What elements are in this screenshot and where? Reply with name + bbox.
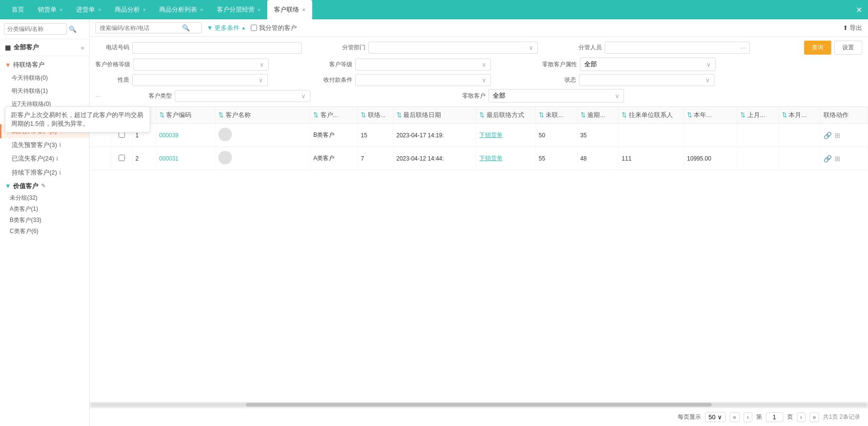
tab-sales[interactable]: 销货单 ×: [31, 0, 69, 19]
sidebar-collapse-btn[interactable]: »: [81, 44, 84, 51]
sidebar-item-ungroup[interactable]: 未分组(32): [0, 192, 89, 204]
filter-payment-select[interactable]: ∨: [355, 74, 491, 86]
tab-customer-contact[interactable]: 客户联络 ×: [267, 0, 312, 19]
filter-manager-select[interactable]: ···: [605, 42, 750, 54]
col-contacts[interactable]: ⇅ 往来单位联系人: [619, 107, 684, 124]
cell-tm-r2: [779, 147, 821, 170]
info-icon-churned: ℹ: [56, 155, 58, 163]
cell-method-r1[interactable]: 下销货单: [476, 124, 536, 147]
filter-nature-select[interactable]: ∨: [132, 74, 268, 86]
prev-page-btn[interactable]: ‹: [744, 412, 752, 422]
sidebar-value-group[interactable]: ▼ 价值客户 ✎: [0, 180, 89, 192]
sidebar-search-input[interactable]: [4, 23, 67, 35]
my-customers-checkbox-label[interactable]: 我分管的客户: [251, 24, 297, 32]
tab-goods-list[interactable]: 商品分析列表 ×: [152, 0, 210, 19]
sidebar-item-tomorrow[interactable]: 明天待联络(1): [0, 85, 89, 98]
my-customers-checkbox[interactable]: [251, 25, 257, 31]
cell-over-r2: 48: [577, 147, 619, 170]
filter-dept-select[interactable]: ∨: [368, 42, 538, 54]
cell-date-r1: 2023-04-17 14:19:: [393, 124, 476, 147]
sidebar-item-class-b[interactable]: B类客户(33): [0, 215, 89, 226]
sidebar-item-today[interactable]: 今天待联络(0): [0, 72, 89, 85]
col-overdue[interactable]: ⇅ 逾期...: [577, 107, 619, 124]
search-icon-main[interactable]: 🔍: [182, 24, 190, 31]
cell-name-r1: [215, 124, 310, 147]
sort-icon-cat: ⇅: [313, 111, 319, 118]
more-dots[interactable]: ···: [95, 92, 101, 100]
col-contact-count[interactable]: ⇅ 联络...: [358, 107, 394, 124]
cell-check-r2[interactable]: [111, 147, 132, 170]
set-button[interactable]: 设置: [834, 41, 862, 55]
more-action-icon-r1[interactable]: ⊞: [835, 132, 840, 139]
col-this-month[interactable]: ⇅ 本月...: [779, 107, 821, 124]
window-close-btn[interactable]: ✕: [856, 5, 862, 15]
cell-index-r2: 2: [132, 147, 156, 170]
sort-icon-date: ⇅: [396, 111, 402, 118]
filter-manager: 分管人员 ···: [568, 42, 800, 54]
contact-icon-r1[interactable]: 🔗: [823, 132, 832, 139]
sidebar-item-churn-warning[interactable]: 流失预警客户(3) ℹ: [0, 138, 89, 152]
filter-customer-level-select[interactable]: ∨: [355, 59, 491, 71]
col-code[interactable]: ⇅ 客户编码: [156, 107, 215, 124]
contact-icon-r2[interactable]: 🔗: [823, 155, 832, 162]
sort-icon-method: ⇅: [479, 111, 485, 118]
filter-customer-type-select[interactable]: ∨: [175, 90, 310, 102]
row-checkbox-2[interactable]: [119, 155, 125, 161]
tab-goods-analysis[interactable]: 商品分析 ×: [108, 0, 152, 19]
chevron-down-retail: ∨: [706, 61, 711, 68]
close-tab-customer-layer[interactable]: ×: [258, 7, 260, 13]
col-last-date[interactable]: ⇅ 最后联络日期: [393, 107, 476, 124]
close-tab-purchase[interactable]: ×: [98, 7, 101, 13]
per-page-select[interactable]: 50 ∨: [705, 412, 725, 422]
filter-price-level-select[interactable]: ∨: [133, 59, 269, 71]
col-category[interactable]: ⇅ 客户...: [310, 107, 358, 124]
scroll-thumb[interactable]: [246, 403, 712, 407]
page-input[interactable]: [766, 412, 783, 422]
sidebar-item-declining[interactable]: 持续下滑客户(2) ℹ: [0, 166, 89, 180]
sidebar-all-customers-title[interactable]: ▦ 全部客户 »: [0, 39, 89, 56]
main-search-input[interactable]: [100, 25, 182, 31]
tab-purchase[interactable]: 进货单 ×: [69, 0, 107, 19]
cell-method-r2[interactable]: 下销货单: [476, 147, 536, 170]
more-conditions-btn[interactable]: ▼ 更多条件 ▲: [207, 24, 246, 32]
filter-status-select[interactable]: ∨: [579, 74, 715, 86]
more-action-icon-r2[interactable]: ⊞: [835, 155, 840, 162]
search-box[interactable]: 🔍: [95, 22, 202, 33]
next-page-btn[interactable]: ›: [797, 412, 806, 422]
filter-row-4: ··· 客户类型 ∨ 零散客户 全部 ∨: [95, 89, 862, 103]
tab-home[interactable]: 首页: [5, 0, 31, 19]
col-name[interactable]: ⇅ 客户名称: [215, 107, 310, 124]
edit-icon-value[interactable]: ✎: [41, 183, 46, 189]
col-last-month[interactable]: ⇅ 上月...: [737, 107, 779, 124]
close-tab-goods-analysis[interactable]: ×: [143, 7, 146, 13]
col-year-amount[interactable]: ⇅ 本年...: [684, 107, 737, 124]
query-button[interactable]: 查询: [804, 41, 831, 55]
tab-customer-layer[interactable]: 客户分层经营 ×: [210, 0, 267, 19]
sidebar-search-icon[interactable]: 🔍: [69, 26, 76, 33]
sidebar-search-area: 🔍: [0, 19, 89, 39]
close-tab-customer-contact[interactable]: ×: [302, 7, 305, 13]
cell-code-r2[interactable]: 000031: [156, 147, 215, 170]
last-page-btn[interactable]: »: [809, 412, 820, 422]
close-tab-sales[interactable]: ×: [60, 7, 62, 13]
filter-retail-customer-select[interactable]: 全部 ∨: [488, 89, 624, 103]
sidebar-item-class-a[interactable]: A类客户(1): [0, 204, 89, 215]
sidebar-item-class-c[interactable]: C类客户(6): [0, 226, 89, 237]
col-uncontacted[interactable]: ⇅ 未联...: [535, 107, 577, 124]
chevron-down-status: ∨: [705, 76, 710, 84]
cell-lm-r1: [737, 124, 779, 147]
sidebar-item-churned[interactable]: 已流失客户(24) ℹ: [0, 152, 89, 166]
filter-retail-attr-select[interactable]: 全部 ∨: [580, 58, 716, 71]
export-btn[interactable]: ⬆ 导出: [843, 24, 862, 32]
close-tab-goods-list[interactable]: ×: [200, 7, 203, 13]
filter-payment: 收付款条件 ∨: [319, 74, 538, 86]
filter-phone-input[interactable]: [132, 42, 302, 54]
filter-customer-type: 客户类型 ∨: [138, 90, 448, 102]
first-page-btn[interactable]: «: [730, 412, 740, 422]
cell-code-r1[interactable]: 000039: [156, 124, 215, 147]
cell-cat-r2: A类客户: [310, 147, 358, 170]
col-last-method[interactable]: ⇅ 最后联络方式: [476, 107, 536, 124]
horizontal-scrollbar[interactable]: [90, 402, 868, 408]
sidebar-wait-group[interactable]: ▼ 待联络客户: [0, 58, 89, 72]
chevron-down-dept: ∨: [529, 44, 533, 51]
